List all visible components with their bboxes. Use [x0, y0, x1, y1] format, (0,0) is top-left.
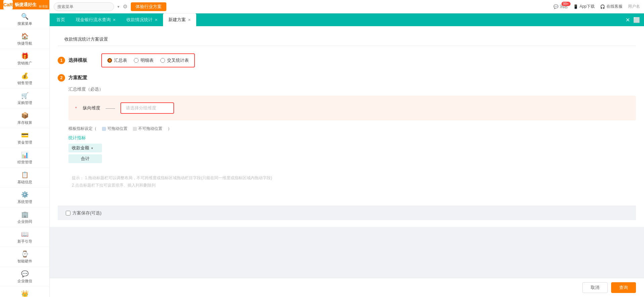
sidebar-item-corp[interactable]: 🏢 企业协同: [0, 207, 49, 227]
dimension-arrow-icon: ——: [106, 105, 115, 111]
radio-cross-input[interactable]: [160, 58, 165, 63]
bottom-bar: 方案保存(可选): [58, 206, 636, 220]
service-button[interactable]: 🎧 在线客服: [600, 4, 623, 9]
sidebar-item-sales[interactable]: 💰 销售管理: [0, 69, 49, 89]
sidebar-item-operation[interactable]: 📊 经营管理: [0, 148, 49, 168]
close-bracket: ）: [168, 126, 172, 132]
save-option[interactable]: 方案保存(可选): [66, 210, 628, 216]
dimension-selector[interactable]: 请选择分组维度: [120, 102, 174, 114]
save-checkbox[interactable]: [66, 211, 70, 215]
main-area: ▾ ⚙ 体验行业方案 💬 消息 99+ 📱 App下载 🎧 在线客服 用户名 首…: [50, 0, 644, 297]
sidebar-item-hardware[interactable]: ⌚ 智能硬件: [0, 247, 49, 267]
sidebar-item-basic[interactable]: 📋 基础信息: [0, 168, 49, 188]
quicknav-icon: 🏠: [21, 33, 29, 40]
tip-line1: 提示： 1.拖动标题栏可以调整布局，不可跨维度或指标区域拖动栏目字段(只能在同一…: [72, 175, 633, 182]
step2-header: 2 方案配置: [58, 74, 636, 82]
sidebar-item-inventory[interactable]: 📦 库存核算: [0, 108, 49, 128]
radio-cross-label: 交叉统计表: [167, 57, 189, 63]
tab-home[interactable]: 首页: [51, 13, 70, 26]
template-options-box: 汇总表 明细表 交叉统计表: [101, 53, 195, 67]
sidebar-item-marketing[interactable]: 🎁 营销推广: [0, 49, 49, 69]
footer-actions: 取消 查询: [50, 278, 644, 297]
download-label: App下载: [580, 4, 595, 9]
sidebar: CaR 畅捷通好生 标准版 🔍 搜索菜单 🏠 快捷导航 🎁 营销推广 💰 销售管…: [0, 0, 50, 297]
search-icon: 🔍: [21, 13, 29, 20]
tab-collection-close-icon[interactable]: ✕: [155, 18, 158, 22]
required-star: *: [75, 106, 77, 111]
radio-summary[interactable]: 汇总表: [107, 57, 127, 63]
sidebar-logo: CaR 畅捷通好生 标准版: [0, 0, 49, 9]
indicator-dropdown-icon[interactable]: ▾: [91, 146, 93, 150]
radio-detail[interactable]: 明细表: [134, 57, 154, 63]
dropdown-arrow-icon[interactable]: ▾: [117, 4, 119, 9]
sales-icon: 💰: [21, 72, 29, 80]
step1-title: 选择模板: [68, 57, 87, 63]
non-draggable-dot: [133, 127, 137, 131]
step1-number: 1: [58, 57, 65, 64]
sidebar-item-finance[interactable]: 💳 资金管理: [0, 128, 49, 148]
indicator-tag-collection[interactable]: 收款金额 ▾: [68, 144, 102, 152]
radio-detail-input[interactable]: [134, 58, 139, 63]
indicator-section: 模板指标设定（ 可拖动位置 不可拖动位置 ）: [68, 126, 636, 164]
tab-new-plan-label: 新建方案: [168, 17, 186, 23]
sidebar-item-system[interactable]: ⚙️ 系统管理: [0, 188, 49, 207]
page-title: 收款情况统计方案设置: [58, 33, 636, 46]
operation-label: 经营管理: [17, 160, 32, 165]
corp-label: 企业协同: [17, 219, 32, 224]
radio-cross[interactable]: 交叉统计表: [160, 57, 189, 63]
search-input[interactable]: [54, 2, 114, 11]
step1-section: 1 选择模板 汇总表 明细表: [58, 53, 636, 67]
non-draggable-label: 不可拖动位置: [138, 126, 162, 132]
sidebar-item-wechat[interactable]: 💬 企业微信: [0, 267, 49, 287]
sidebar-item-purchase[interactable]: 🛒 采购管理: [0, 89, 49, 108]
operation-icon: 📊: [21, 151, 29, 159]
tab-bank[interactable]: 现金银行流水查询 ✕: [70, 13, 121, 26]
gear-icon[interactable]: ⚙: [123, 3, 127, 10]
topbar-right: 💬 消息 99+ 📱 App下载 🎧 在线客服 用户名: [553, 4, 640, 9]
message-button[interactable]: 💬 消息 99+: [553, 4, 568, 9]
query-button[interactable]: 查询: [611, 282, 636, 293]
quicknav-label: 快捷导航: [17, 41, 32, 46]
maximize-icon[interactable]: ⬜: [633, 17, 640, 23]
finance-icon: 💳: [21, 132, 29, 139]
corp-icon: 🏢: [21, 211, 29, 218]
industry-button[interactable]: 体验行业方案: [131, 2, 166, 11]
dimension-row: * 纵向维度 —— 请选择分组维度: [75, 102, 629, 114]
dimension-subtitle: 汇总维度（必选）: [68, 86, 636, 92]
finance-label: 资金管理: [17, 140, 32, 145]
basic-label: 基础信息: [17, 180, 32, 185]
sidebar-item-search[interactable]: 🔍 搜索菜单: [0, 9, 49, 29]
close-window-icon[interactable]: ✕: [626, 17, 630, 23]
message-icon: 💬: [553, 4, 558, 9]
hardware-icon: ⌚: [21, 250, 29, 258]
indicator-table-area: 统计指标 收款金额 ▾ 合计: [68, 135, 636, 164]
indicator-tag-label: 收款金额: [72, 145, 89, 151]
tab-collection-label: 收款情况统计: [126, 17, 153, 23]
indicator-subtotal: 合计: [68, 154, 102, 163]
sidebar-item-newbie[interactable]: 📖 新手引导: [0, 227, 49, 247]
tab-bank-close-icon[interactable]: ✕: [113, 18, 116, 22]
marketing-icon: 🎁: [21, 52, 29, 60]
edition-badge: 标准版: [39, 4, 48, 9]
user-label: 用户名: [628, 4, 640, 9]
cancel-button[interactable]: 取消: [582, 282, 608, 293]
draggable-legend: 可拖动位置: [102, 126, 127, 132]
sidebar-item-quicknav[interactable]: 🏠 快捷导航: [0, 29, 49, 49]
tab-collection[interactable]: 收款情况统计 ✕: [121, 13, 163, 26]
sales-label: 销售管理: [17, 81, 32, 86]
logo-abbr: CaR: [3, 2, 13, 7]
service-icon: 🎧: [600, 4, 605, 9]
dimension-area: * 纵向维度 —— 请选择分组维度: [68, 96, 636, 120]
tip-line2: 2.点击标题栏下拉可设置排序、插入列和删除列: [72, 182, 633, 189]
radio-summary-input[interactable]: [107, 58, 112, 63]
sidebar-item-member[interactable]: 👑 畅会员: [0, 287, 49, 297]
indicator-items: 收款金额 ▾ 合计: [68, 144, 102, 164]
content-area: 收款情况统计方案设置 1 选择模板 汇总表: [50, 26, 644, 278]
indicator-legend: 模板指标设定（ 可拖动位置 不可拖动位置 ）: [68, 126, 636, 132]
tab-bank-label: 现金银行流水查询: [76, 17, 111, 23]
tab-new-plan-close-icon[interactable]: ✕: [188, 18, 191, 22]
tab-new-plan[interactable]: 新建方案 ✕: [163, 13, 196, 26]
service-label: 在线客服: [606, 4, 623, 9]
step1-header: 1 选择模板 汇总表 明细表: [58, 53, 636, 67]
download-button[interactable]: 📱 App下载: [573, 4, 595, 9]
